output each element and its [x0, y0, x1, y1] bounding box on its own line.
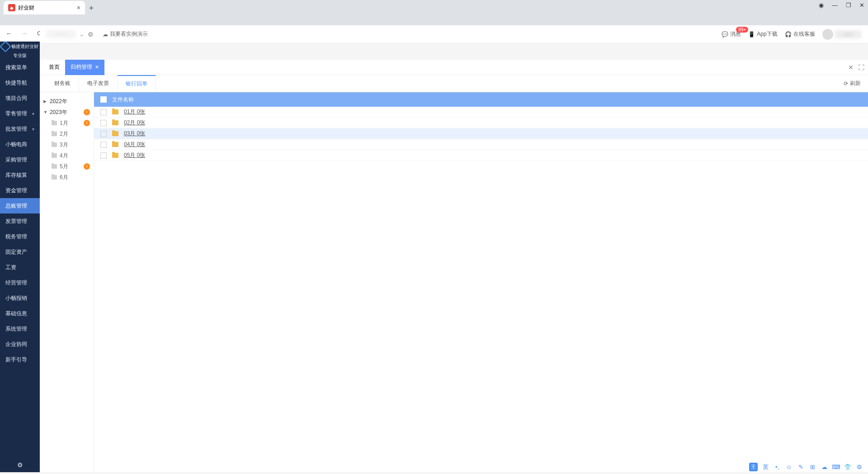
table-row[interactable]: 02月 0张: [94, 118, 868, 128]
sub-tab-2[interactable]: 银行回单: [118, 75, 156, 92]
sidebar-item-8[interactable]: 资金管理: [0, 183, 40, 198]
close-window-button[interactable]: ✕: [859, 2, 864, 9]
close-all-tabs-icon[interactable]: ✕: [848, 64, 854, 71]
phone-icon: 📱: [748, 31, 755, 38]
headset-icon: 🎧: [785, 31, 792, 38]
file-link[interactable]: 04月 0张: [124, 141, 145, 148]
sidebar-item-3[interactable]: 零售管理▾: [0, 106, 40, 121]
tree-month-0[interactable]: 1月!: [40, 118, 94, 128]
row-checkbox[interactable]: [100, 152, 107, 159]
org-name: ——: [46, 30, 76, 38]
caret-down-icon: ▼: [43, 110, 48, 114]
alert-badge: !: [84, 163, 90, 170]
page-tab-0[interactable]: 首页: [43, 60, 65, 75]
sub-tab-0[interactable]: 财务账: [46, 75, 79, 92]
demo-link[interactable]: ☁ 我要看实例演示: [103, 30, 148, 38]
ime-settings-icon[interactable]: ⚙: [855, 463, 863, 471]
tree-month-1[interactable]: 2月: [40, 128, 94, 139]
table-row[interactable]: 03月 0张: [94, 128, 868, 139]
close-icon[interactable]: ✕: [95, 64, 99, 70]
incognito-icon[interactable]: ◉: [819, 2, 824, 9]
sidebar-item-0[interactable]: 搜索菜单: [0, 60, 40, 75]
sidebar-item-14[interactable]: 经营管理: [0, 275, 40, 290]
sidebar-item-13[interactable]: 工资: [0, 260, 40, 275]
tree-month-4[interactable]: 5月!: [40, 161, 94, 172]
sidebar-item-12[interactable]: 固定资产: [0, 244, 40, 260]
page-tab-1[interactable]: 归档管理✕: [65, 60, 104, 75]
chevron-down-icon: ▾: [32, 111, 34, 116]
back-button[interactable]: ←: [5, 29, 14, 37]
sidebar-item-19[interactable]: 新手引导: [0, 352, 40, 367]
support-button[interactable]: 🎧 在线客服: [785, 30, 815, 38]
tree-month-5[interactable]: 6月: [40, 172, 94, 183]
browser-tab-bar: ◆ 好业财 × +: [0, 0, 868, 14]
ime-punct-icon[interactable]: •,: [773, 463, 781, 471]
ime-badge[interactable]: 王: [749, 463, 758, 471]
tree-year-2022[interactable]: ▶ 2022年: [40, 96, 94, 107]
folder-icon: [112, 131, 118, 136]
table-row[interactable]: 01月 0张: [94, 107, 868, 118]
browser-tab[interactable]: ◆ 好业财 ×: [4, 1, 85, 14]
file-table: 文件名称 01月 0张02月 0张03月 0张04月 0张05月 0张: [94, 92, 868, 472]
tree-year-2023[interactable]: ▼ 2023年 !: [40, 107, 94, 118]
sidebar-item-10[interactable]: 发票管理: [0, 213, 40, 229]
sidebar-item-9[interactable]: 总账管理: [0, 198, 40, 213]
folder-icon: [52, 132, 57, 136]
sidebar-item-17[interactable]: 系统管理: [0, 321, 40, 337]
file-link[interactable]: 03月 0张: [124, 130, 145, 137]
user-menu[interactable]: user: [822, 29, 862, 40]
chevron-down-icon[interactable]: ⌄: [80, 31, 84, 38]
forward-button[interactable]: →: [20, 29, 29, 37]
sidebar-item-16[interactable]: 基础信息: [0, 306, 40, 321]
row-checkbox[interactable]: [100, 120, 107, 126]
sidebar-item-7[interactable]: 库存核算: [0, 167, 40, 183]
maximize-button[interactable]: ❐: [846, 2, 851, 9]
table-row[interactable]: 04月 0张: [94, 139, 868, 150]
sidebar-item-6[interactable]: 采购管理: [0, 152, 40, 167]
sidebar-item-18[interactable]: 企业协同: [0, 337, 40, 352]
table-row[interactable]: 05月 0张: [94, 150, 868, 161]
close-tab-icon[interactable]: ×: [77, 4, 80, 11]
folder-icon: [112, 153, 118, 158]
sidebar-item-2[interactable]: 项目合同: [0, 90, 40, 106]
row-checkbox[interactable]: [100, 142, 107, 148]
sidebar-item-1[interactable]: 快捷导航: [0, 75, 40, 90]
file-link[interactable]: 02月 0张: [124, 119, 145, 127]
caret-right-icon: ▶: [43, 99, 48, 104]
ime-translate-icon[interactable]: ⊞: [808, 463, 816, 471]
app-download-button[interactable]: 📱 App下载: [748, 30, 777, 38]
tree-month-3[interactable]: 4月: [40, 150, 94, 161]
workspace: ▶ 2022年 ▼ 2023年 ! 1月!2月3月4月5月!6月 文件名称 01…: [40, 92, 868, 472]
refresh-icon: ⟳: [844, 81, 848, 87]
message-badge: 99+: [736, 27, 748, 33]
folder-icon: [52, 153, 57, 158]
row-checkbox[interactable]: [100, 109, 107, 115]
ime-lang[interactable]: 英: [761, 463, 769, 471]
ime-voice-icon[interactable]: ✎: [797, 463, 805, 471]
ime-emoji-icon[interactable]: ☺: [785, 463, 793, 471]
row-checkbox[interactable]: [100, 131, 107, 137]
sidebar-item-5[interactable]: 小畅电商: [0, 137, 40, 152]
tree-month-2[interactable]: 3月: [40, 139, 94, 150]
sidebar-item-4[interactable]: 批发管理▾: [0, 121, 40, 137]
folder-icon: [52, 142, 57, 147]
file-link[interactable]: 01月 0张: [124, 108, 145, 116]
messages-button[interactable]: 💬 消息 99+: [722, 30, 741, 38]
file-link[interactable]: 05月 0张: [124, 152, 145, 159]
ime-cloud-icon[interactable]: ☁: [820, 463, 828, 471]
refresh-button[interactable]: ⟳ 刷新: [844, 80, 861, 87]
logo-icon: [0, 41, 11, 52]
ime-keyboard-icon[interactable]: ⌨: [832, 463, 840, 471]
gear-icon[interactable]: ⚙: [88, 31, 94, 38]
ime-toolbar: 王 英 •, ☺ ✎ ⊞ ☁ ⌨ 👕 ⚙: [749, 463, 863, 471]
fullscreen-icon[interactable]: ⛶: [858, 64, 864, 71]
settings-button[interactable]: ⚙: [0, 458, 40, 472]
new-tab-button[interactable]: +: [85, 2, 98, 14]
sub-tab-1[interactable]: 电子发票: [79, 75, 118, 92]
sidebar-item-15[interactable]: 小畅报销: [0, 290, 40, 306]
ime-skin-icon[interactable]: 👕: [844, 463, 852, 471]
org-selector[interactable]: —— ⌄ ⚙: [46, 30, 94, 38]
sidebar-item-11[interactable]: 税务管理: [0, 229, 40, 244]
select-all-checkbox[interactable]: [100, 96, 107, 103]
minimize-button[interactable]: —: [832, 2, 838, 9]
